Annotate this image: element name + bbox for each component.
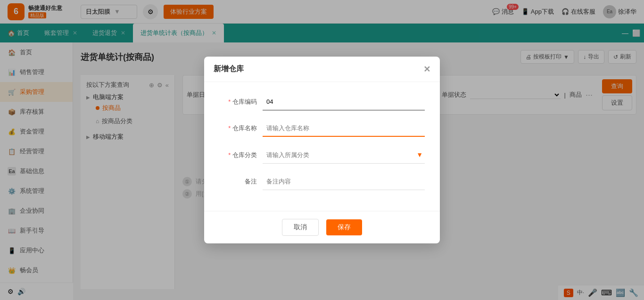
- form-row-code: 仓库编码: [219, 93, 425, 110]
- modal-close-button[interactable]: ✕: [423, 65, 430, 74]
- code-label: 仓库编码: [219, 98, 257, 106]
- modal-overlay[interactable]: 新增仓库 ✕ 仓库编码 仓库名称 仓库分类 ▼: [0, 0, 644, 300]
- save-button[interactable]: 保存: [326, 219, 362, 235]
- form-row-name: 仓库名称: [219, 120, 425, 137]
- form-row-category: 仓库分类 ▼: [219, 146, 425, 164]
- modal-body: 仓库编码 仓库名称 仓库分类 ▼ 备注: [204, 82, 440, 211]
- category-input[interactable]: [263, 146, 416, 163]
- modal-header: 新增仓库 ✕: [204, 57, 440, 82]
- category-label: 仓库分类: [219, 151, 257, 159]
- form-row-remark: 备注: [219, 173, 425, 190]
- code-input[interactable]: [263, 93, 425, 110]
- remark-input[interactable]: [263, 173, 425, 190]
- modal-footer: 取消 保存: [204, 211, 440, 243]
- category-select-wrap: ▼: [263, 146, 425, 164]
- category-dropdown-icon[interactable]: ▼: [416, 151, 425, 158]
- cancel-button[interactable]: 取消: [282, 219, 319, 236]
- name-input[interactable]: [263, 120, 425, 137]
- name-label: 仓库名称: [219, 124, 257, 133]
- remark-label: 备注: [219, 177, 257, 186]
- new-warehouse-modal: 新增仓库 ✕ 仓库编码 仓库名称 仓库分类 ▼: [204, 57, 440, 243]
- modal-title: 新增仓库: [214, 64, 244, 74]
